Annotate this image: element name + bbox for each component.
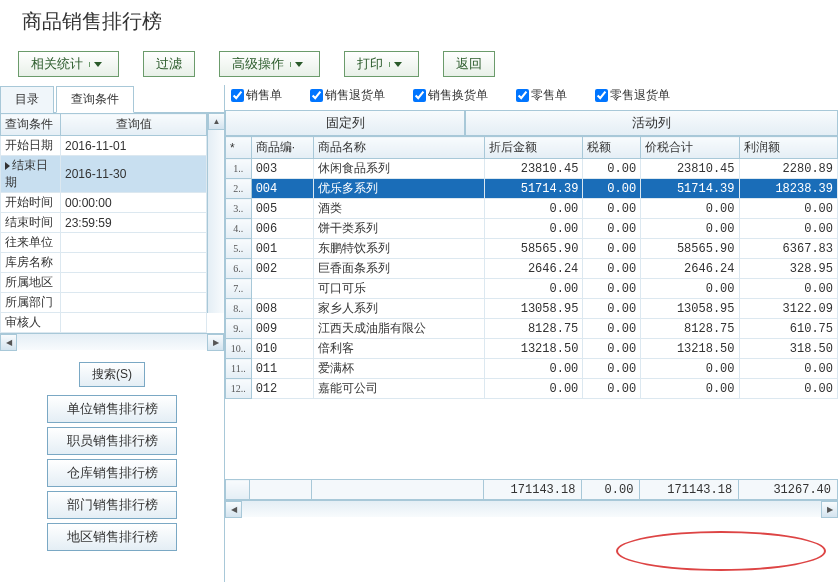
cell-profit: 0.00 — [739, 359, 837, 379]
cell-tax: 0.00 — [583, 219, 641, 239]
stats-label: 相关统计 — [31, 55, 83, 73]
query-label[interactable]: 结束时间 — [1, 213, 61, 233]
search-button[interactable]: 搜索(S) — [79, 362, 145, 387]
query-label[interactable]: 审核人 — [1, 313, 61, 333]
query-label[interactable]: 所属部门 — [1, 293, 61, 313]
query-label[interactable]: 开始日期 — [1, 136, 61, 156]
ranking-button[interactable]: 部门销售排行榜 — [47, 491, 177, 519]
cell-profit: 328.95 — [739, 259, 837, 279]
filter-button[interactable]: 过滤 — [143, 51, 195, 77]
table-row[interactable]: 4..006饼干类系列0.000.000.000.00 — [226, 219, 838, 239]
cell-profit: 0.00 — [739, 279, 837, 299]
row-number: 8.. — [226, 299, 252, 319]
query-value[interactable]: 2016-11-30 — [61, 156, 207, 193]
checkbox[interactable] — [595, 89, 608, 102]
row-number: 5.. — [226, 239, 252, 259]
cell-name: 酒类 — [313, 199, 484, 219]
scroll-right-icon[interactable]: ▶ — [207, 334, 224, 351]
cell-profit: 0.00 — [739, 379, 837, 399]
scroll-left-icon[interactable]: ◀ — [225, 501, 242, 518]
query-header-label[interactable]: 查询条件 — [1, 114, 61, 136]
query-scrollbar-v[interactable]: ▲ — [207, 113, 224, 313]
row-number: 11.. — [226, 359, 252, 379]
filter-check[interactable]: 零售单 — [516, 87, 567, 104]
query-header-value[interactable]: 查询值 — [61, 114, 207, 136]
scroll-up-icon[interactable]: ▲ — [208, 113, 225, 130]
scroll-left-icon[interactable]: ◀ — [0, 334, 17, 351]
query-label[interactable]: 结束日期 — [1, 156, 61, 193]
col-tax[interactable]: 税额 — [583, 137, 641, 159]
back-label: 返回 — [456, 55, 482, 73]
back-button[interactable]: 返回 — [443, 51, 495, 77]
query-label[interactable]: 库房名称 — [1, 253, 61, 273]
cell-code: 005 — [251, 199, 313, 219]
ranking-button[interactable]: 仓库销售排行榜 — [47, 459, 177, 487]
adv-button[interactable]: 高级操作 — [219, 51, 320, 77]
table-row[interactable]: 2..004优乐多系列51714.390.0051714.3918238.39 — [226, 179, 838, 199]
col-name[interactable]: 商品名称 — [313, 137, 484, 159]
table-row[interactable]: 1..003休闲食品系列23810.450.0023810.452280.89 — [226, 159, 838, 179]
table-row[interactable]: 11..011爱满杯0.000.000.000.00 — [226, 359, 838, 379]
scroll-right-icon[interactable]: ▶ — [821, 501, 838, 518]
ranking-list: 单位销售排行榜职员销售排行榜仓库销售排行榜部门销售排行榜地区销售排行榜 — [0, 395, 224, 557]
adv-dropdown[interactable] — [290, 62, 307, 67]
table-row[interactable]: 3..005酒类0.000.000.000.00 — [226, 199, 838, 219]
ranking-button[interactable]: 单位销售排行榜 — [47, 395, 177, 423]
cell-total: 13058.95 — [641, 299, 739, 319]
query-label[interactable]: 往来单位 — [1, 233, 61, 253]
table-row[interactable]: 12..012嘉能可公司0.000.000.000.00 — [226, 379, 838, 399]
cell-amt: 8128.75 — [484, 319, 582, 339]
table-row[interactable]: 8..008家乡人系列13058.950.0013058.953122.09 — [226, 299, 838, 319]
sum-profit: 31267.40 — [739, 480, 838, 500]
caret-down-icon — [295, 62, 303, 67]
filter-check[interactable]: 销售换货单 — [413, 87, 488, 104]
checkbox[interactable] — [231, 89, 244, 102]
checkbox[interactable] — [516, 89, 529, 102]
col-amt[interactable]: 折后金额 — [484, 137, 582, 159]
row-number: 3.. — [226, 199, 252, 219]
query-value[interactable]: 23:59:59 — [61, 213, 207, 233]
query-label[interactable]: 所属地区 — [1, 273, 61, 293]
data-scrollbar-h[interactable]: ◀ ▶ — [225, 500, 838, 517]
toolbar: 相关统计 过滤 高级操作 打印 返回 — [0, 47, 838, 85]
query-value[interactable] — [61, 293, 207, 313]
col-code[interactable]: 商品编· — [251, 137, 313, 159]
query-scrollbar-h[interactable]: ◀ ▶ — [0, 333, 224, 350]
ranking-button[interactable]: 职员销售排行榜 — [47, 427, 177, 455]
query-label[interactable]: 开始时间 — [1, 193, 61, 213]
table-row[interactable]: 6..002巨香面条系列2646.240.002646.24328.95 — [226, 259, 838, 279]
sum-blank1 — [249, 480, 311, 500]
query-value[interactable]: 00:00:00 — [61, 193, 207, 213]
row-number: 6.. — [226, 259, 252, 279]
table-row[interactable]: 5..001东鹏特饮系列58565.900.0058565.906367.83 — [226, 239, 838, 259]
query-value[interactable]: 2016-11-01 — [61, 136, 207, 156]
tab-query[interactable]: 查询条件 — [56, 86, 134, 113]
stats-button[interactable]: 相关统计 — [18, 51, 119, 77]
checkbox[interactable] — [413, 89, 426, 102]
table-row[interactable]: 10..010倍利客13218.500.0013218.50318.50 — [226, 339, 838, 359]
col-profit[interactable]: 利润额 — [739, 137, 837, 159]
cell-amt: 0.00 — [484, 379, 582, 399]
filter-check[interactable]: 销售单 — [231, 87, 282, 104]
filter-check[interactable]: 零售退货单 — [595, 87, 670, 104]
print-button[interactable]: 打印 — [344, 51, 419, 77]
query-value[interactable] — [61, 253, 207, 273]
cell-tax: 0.00 — [583, 319, 641, 339]
query-value[interactable] — [61, 233, 207, 253]
ranking-button[interactable]: 地区销售排行榜 — [47, 523, 177, 551]
print-dropdown[interactable] — [389, 62, 406, 67]
checkbox[interactable] — [310, 89, 323, 102]
table-row[interactable]: 7..可口可乐0.000.000.000.00 — [226, 279, 838, 299]
query-value[interactable] — [61, 273, 207, 293]
stats-dropdown[interactable] — [89, 62, 106, 67]
tab-catalog[interactable]: 目录 — [0, 86, 54, 113]
filter-check[interactable]: 销售退货单 — [310, 87, 385, 104]
col-row[interactable]: * — [226, 137, 252, 159]
right-panel: 销售单销售退货单销售换货单零售单零售退货单 固定列 活动列 * 商品编· 商品名… — [225, 85, 838, 582]
query-value[interactable] — [61, 313, 207, 333]
table-row[interactable]: 9..009江西天成油脂有限公8128.750.008128.75610.75 — [226, 319, 838, 339]
cell-name: 嘉能可公司 — [313, 379, 484, 399]
col-total[interactable]: 价税合计 — [641, 137, 739, 159]
data-grid-wrap: 固定列 活动列 * 商品编· 商品名称 折后金额 税额 价税合计 利润额 1..… — [225, 110, 838, 582]
summary-row: 171143.18 0.00 171143.18 31267.40 — [225, 479, 838, 500]
